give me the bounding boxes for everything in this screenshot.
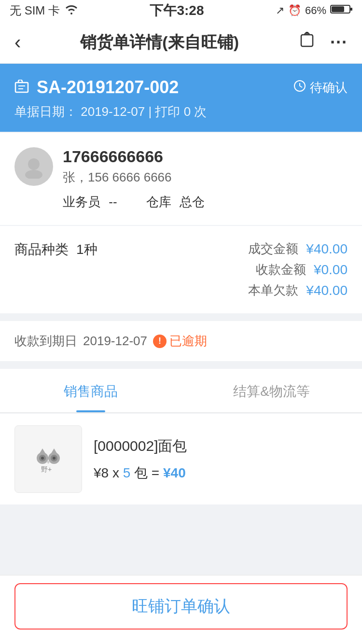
svg-text:野+: 野+: [41, 465, 52, 473]
clock-icon: [293, 80, 306, 96]
due-date-value: 2019-12-07: [83, 334, 147, 349]
product-thumbnail: 野+: [14, 425, 82, 493]
product-price-row: ¥8 x 5 包 = ¥40: [94, 464, 348, 482]
more-icon[interactable]: ···: [330, 32, 348, 53]
tab-products[interactable]: 销售商品: [0, 369, 181, 412]
order-meta: 单据日期： 2019-12-07 | 打印 0 次: [14, 103, 348, 120]
alarm-icon: ⏰: [288, 4, 301, 17]
deal-amount-row: 成交金额 ¥40.00: [248, 240, 348, 257]
battery-icon: [330, 4, 352, 17]
customer-info: 17666666666 张，156 6666 6666 业务员 -- 仓库 总仓: [14, 147, 348, 210]
location-icon: ↗: [276, 4, 284, 17]
due-date-label: 收款到期日: [14, 333, 77, 350]
svg-point-17: [41, 457, 44, 460]
due-date-section: 收款到期日 2019-12-07 ! 已逾期: [0, 321, 362, 361]
order-icon: [14, 77, 32, 98]
nav-bar: ‹ 销货单详情(来自旺铺) ···: [0, 21, 362, 64]
status-bar-time: 下午3:28: [150, 1, 204, 20]
svg-rect-2: [332, 6, 344, 12]
svg-rect-1: [350, 8, 352, 11]
status-badge: 待确认: [293, 79, 348, 96]
amount-fields: 成交金额 ¥40.00 收款金额 ¥0.00 本单欠款 ¥40.00: [248, 240, 348, 299]
customer-phone: 17666666666: [63, 147, 348, 166]
summary-section: 商品种类 1种 成交金额 ¥40.00 收款金额 ¥0.00 本单欠款 ¥40.…: [0, 226, 362, 313]
carrier-label: 无 SIM 卡: [10, 3, 60, 18]
tabs-section: 销售商品 结算&物流等: [0, 369, 362, 413]
product-details: [0000002]面包 ¥8 x 5 包 = ¥40: [94, 436, 348, 482]
tab-settlement[interactable]: 结算&物流等: [181, 369, 362, 412]
content-spacer: [0, 504, 362, 582]
product-type-field: 商品种类 1种: [14, 240, 97, 259]
status-bar-left: 无 SIM 卡: [10, 3, 78, 18]
overdue-badge: ! 已逾期: [153, 333, 207, 350]
battery-label: 66%: [305, 4, 326, 17]
tabs-nav: 销售商品 结算&物流等: [0, 369, 362, 413]
status-bar-right: ↗ ⏰ 66%: [276, 4, 352, 17]
status-bar: 无 SIM 卡 下午3:28 ↗ ⏰ 66%: [0, 0, 362, 21]
customer-details: 17666666666 张，156 6666 6666 业务员 -- 仓库 总仓: [63, 147, 348, 210]
svg-rect-5: [15, 83, 28, 92]
back-button[interactable]: ‹: [14, 31, 21, 53]
svg-point-11: [28, 158, 40, 170]
nav-bar-actions: ···: [298, 32, 348, 53]
svg-point-12: [25, 170, 42, 179]
svg-marker-21: [46, 461, 50, 464]
svg-point-18: [53, 457, 56, 460]
avatar: [14, 147, 53, 186]
svg-rect-3: [301, 35, 313, 46]
overdue-text: 已逾期: [169, 333, 207, 350]
summary-grid: 商品种类 1种 成交金额 ¥40.00 收款金额 ¥0.00 本单欠款 ¥40.…: [14, 240, 348, 299]
overdue-icon: !: [153, 335, 167, 348]
bottom-bar: 旺铺订单确认: [0, 575, 362, 644]
svg-marker-20: [51, 448, 57, 453]
product-name: [0000002]面包: [94, 436, 348, 456]
svg-marker-19: [40, 448, 45, 453]
share-icon[interactable]: [298, 32, 316, 53]
status-text: 待确认: [310, 79, 348, 96]
warehouse-field: 仓库 总仓: [146, 194, 205, 210]
customer-meta: 业务员 -- 仓库 总仓: [63, 194, 348, 210]
product-item: 野+ [0000002]面包 ¥8 x 5 包 = ¥40: [0, 414, 362, 504]
svg-line-10: [300, 86, 302, 87]
salesperson-field: 业务员 --: [63, 194, 117, 210]
order-header-card: SA-20191207-002 待确认 单据日期： 2019-12-07 | 打…: [0, 64, 362, 132]
wifi-icon: [65, 4, 78, 17]
order-id: SA-20191207-002: [14, 77, 179, 98]
confirm-order-button[interactable]: 旺铺订单确认: [14, 583, 348, 630]
page-title: 销货单详情(来自旺铺): [80, 31, 239, 54]
customer-section: 17666666666 张，156 6666 6666 业务员 -- 仓库 总仓: [0, 133, 362, 225]
received-amount-row: 收款金额 ¥0.00: [256, 261, 348, 278]
customer-name: 张，156 6666 6666: [63, 169, 348, 186]
owed-amount-row: 本单欠款 ¥40.00: [248, 282, 348, 299]
